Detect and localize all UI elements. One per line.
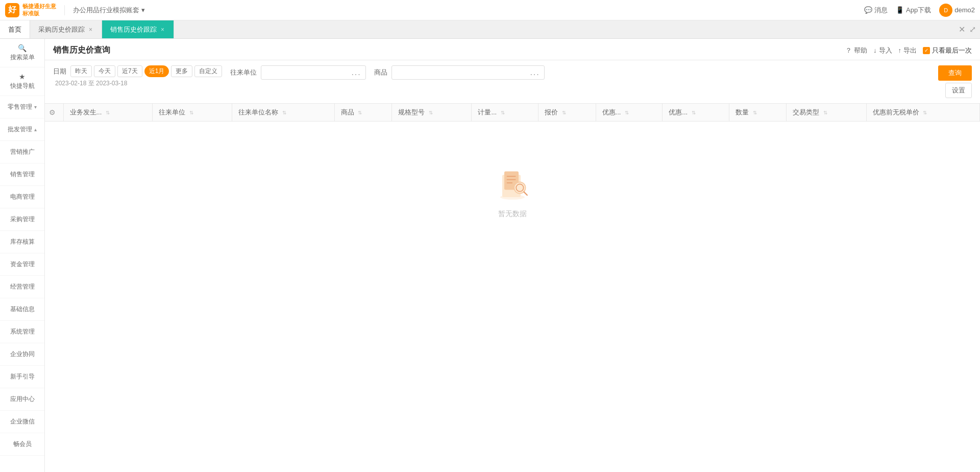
import-icon: ↓ xyxy=(873,46,877,54)
close-tab-purchase[interactable]: × xyxy=(88,26,93,33)
help-btn[interactable]: ？ 帮助 xyxy=(845,46,867,55)
close-all-tabs-icon[interactable]: ✕ xyxy=(959,25,965,34)
sidebar-item-shortcut[interactable]: ★ 快捷导航 xyxy=(0,67,44,96)
col-product[interactable]: 商品 ⇅ xyxy=(334,104,391,122)
sidebar-item-search[interactable]: 🔍 搜索菜单 xyxy=(0,39,44,67)
partner-input-field[interactable] xyxy=(265,69,351,77)
partner-filter-group: 往来单位 ... xyxy=(230,65,365,80)
sidebar-item-ecommerce[interactable]: 电商管理 xyxy=(0,186,44,208)
export-btn[interactable]: ↑ 导出 xyxy=(898,46,917,55)
filter-area: 日期 昨天 今天 近7天 近1月 更多 自定义 2023-02-18 至 202… xyxy=(45,60,980,104)
col-trade-type[interactable]: 交易类型 ⇅ xyxy=(787,104,866,122)
sort-icon-quantity: ⇅ xyxy=(753,110,757,115)
date-btn-last1m[interactable]: 近1月 xyxy=(144,65,169,77)
sort-icon-partner-name: ⇅ xyxy=(282,110,286,115)
star-icon: ★ xyxy=(19,73,26,81)
col-spec[interactable]: 规格型号 ⇅ xyxy=(392,104,472,122)
app-download-btn[interactable]: 📱 App下载 xyxy=(896,6,931,15)
sort-icon-biz-date: ⇅ xyxy=(106,110,110,115)
only-last-checkbox[interactable]: ✓ 只看最后一次 xyxy=(923,46,972,55)
user-area[interactable]: D demo2 xyxy=(939,4,975,17)
tab-purchase-history[interactable]: 采购历史价跟踪 × xyxy=(30,20,102,38)
help-icon: ？ xyxy=(845,46,852,55)
product-filter-group: 商品 ... xyxy=(374,65,545,80)
date-range-display: 2023-02-18 至 2023-03-18 xyxy=(55,79,222,88)
message-btn[interactable]: 💬 消息 xyxy=(864,6,888,15)
search-icon: 🔍 xyxy=(18,44,27,52)
date-label: 日期 xyxy=(53,67,66,76)
sidebar-item-operations[interactable]: 经营管理 xyxy=(0,276,44,298)
date-btn-last7[interactable]: 近7天 xyxy=(117,65,142,77)
close-tab-sales[interactable]: × xyxy=(160,26,165,33)
col-settings: ⚙ xyxy=(45,104,63,122)
chevron-down-icon: ▾ xyxy=(141,6,145,14)
sidebar-item-newbie[interactable]: 新手引导 xyxy=(0,366,44,388)
product-input[interactable]: ... xyxy=(391,65,545,80)
search-btn[interactable]: 查询 xyxy=(938,65,972,81)
data-table: ⚙ 业务发生... ⇅ 往来单位 ⇅ 往来单位名称 ⇅ xyxy=(45,104,980,122)
import-btn[interactable]: ↓ 导入 xyxy=(873,46,892,55)
partner-ellipsis: ... xyxy=(351,68,361,77)
col-unit[interactable]: 计量... ⇅ xyxy=(472,104,538,122)
filter-date-section: 日期 昨天 今天 近7天 近1月 更多 自定义 2023-02-18 至 202… xyxy=(53,65,222,88)
date-btn-today[interactable]: 今天 xyxy=(94,65,115,77)
sort-icon-quote: ⇅ xyxy=(562,110,566,115)
sort-icon-discount2: ⇅ xyxy=(692,110,696,115)
sidebar-item-retail[interactable]: 零售管理 ▾ xyxy=(0,96,44,119)
tab-home[interactable]: 首页 xyxy=(0,20,30,38)
col-partner-code[interactable]: 往来单位 ⇅ xyxy=(153,104,232,122)
expand-icon[interactable]: ⤢ xyxy=(969,25,976,34)
phone-icon: 📱 xyxy=(896,6,904,14)
product-label: 商品 xyxy=(374,68,387,77)
sort-icon-pretax-price: ⇅ xyxy=(923,110,927,115)
date-btn-more[interactable]: 更多 xyxy=(171,65,192,77)
filter-actions: 查询 设置 xyxy=(938,65,972,98)
product-input-field[interactable] xyxy=(396,69,530,77)
col-discount1[interactable]: 优惠... ⇅ xyxy=(596,104,663,122)
col-quote[interactable]: 报价 ⇅ xyxy=(538,104,596,122)
export-icon: ↑ xyxy=(898,46,902,54)
chevron-down-icon: ▾ xyxy=(34,104,37,110)
checkbox-icon: ✓ xyxy=(923,47,930,54)
col-pretax-price[interactable]: 优惠前无税单价 ⇅ xyxy=(866,104,979,122)
logo-icon: 好 xyxy=(5,3,19,17)
date-btn-custom[interactable]: 自定义 xyxy=(194,65,222,77)
partner-input[interactable]: ... xyxy=(261,65,365,80)
product-ellipsis: ... xyxy=(530,68,540,77)
col-discount2[interactable]: 优惠... ⇅ xyxy=(663,104,729,122)
filter-inputs-section: 往来单位 ... 商品 ... xyxy=(230,65,930,80)
header-right: 💬 消息 📱 App下载 D demo2 xyxy=(864,4,975,17)
date-buttons: 昨天 今天 近7天 近1月 更多 自定义 xyxy=(70,65,222,77)
top-header: 好 畅捷通好生意 标准版 办公用品行业模拟账套 ▾ 💬 消息 📱 App下载 D… xyxy=(0,0,980,20)
sidebar-item-member[interactable]: 畅会员 xyxy=(0,433,44,456)
settings-filter-btn[interactable]: 设置 xyxy=(945,83,972,98)
table-settings-icon[interactable]: ⚙ xyxy=(49,108,56,116)
partner-label: 往来单位 xyxy=(230,68,257,77)
sidebar-item-app-center[interactable]: 应用中心 xyxy=(0,388,44,411)
sidebar-item-sales-mgmt[interactable]: 销售管理 xyxy=(0,163,44,186)
sidebar-item-enterprise[interactable]: 企业协同 xyxy=(0,343,44,366)
col-partner-name[interactable]: 往来单位名称 ⇅ xyxy=(232,104,334,122)
sort-icon-spec: ⇅ xyxy=(429,110,433,115)
sidebar-item-wholesale[interactable]: 批发管理 ▴ xyxy=(0,119,44,141)
sort-icon-partner-code: ⇅ xyxy=(189,110,193,115)
tab-bar-actions: ✕ ⤢ xyxy=(954,20,980,38)
sidebar-item-wechat[interactable]: 企业微信 xyxy=(0,411,44,433)
sidebar-item-system[interactable]: 系统管理 xyxy=(0,321,44,343)
date-btn-yesterday[interactable]: 昨天 xyxy=(70,65,92,77)
col-quantity[interactable]: 数量 ⇅ xyxy=(729,104,787,122)
sidebar-item-inventory[interactable]: 库存核算 xyxy=(0,231,44,253)
sidebar: 🔍 搜索菜单 ★ 快捷导航 零售管理 ▾ 批发管理 ▴ 营销推广 销售管理 电商… xyxy=(0,39,45,472)
industry-dropdown[interactable]: 办公用品行业模拟账套 ▾ xyxy=(73,6,145,15)
tab-sales-history[interactable]: 销售历史价跟踪 × xyxy=(102,20,174,38)
sidebar-item-basic[interactable]: 基础信息 xyxy=(0,298,44,321)
table-header-row: ⚙ 业务发生... ⇅ 往来单位 ⇅ 往来单位名称 ⇅ xyxy=(45,104,980,122)
sidebar-item-finance[interactable]: 资金管理 xyxy=(0,253,44,276)
date-filter-group: 日期 昨天 今天 近7天 近1月 更多 自定义 xyxy=(53,65,222,77)
table-wrapper: ⚙ 业务发生... ⇅ 往来单位 ⇅ 往来单位名称 ⇅ xyxy=(45,104,980,472)
sidebar-item-purchase[interactable]: 采购管理 xyxy=(0,208,44,231)
sidebar-item-marketing[interactable]: 营销推广 xyxy=(0,141,44,163)
col-biz-date[interactable]: 业务发生... ⇅ xyxy=(63,104,153,122)
svg-line-8 xyxy=(524,192,527,195)
main-layout: 🔍 搜索菜单 ★ 快捷导航 零售管理 ▾ 批发管理 ▴ 营销推广 销售管理 电商… xyxy=(0,39,980,472)
